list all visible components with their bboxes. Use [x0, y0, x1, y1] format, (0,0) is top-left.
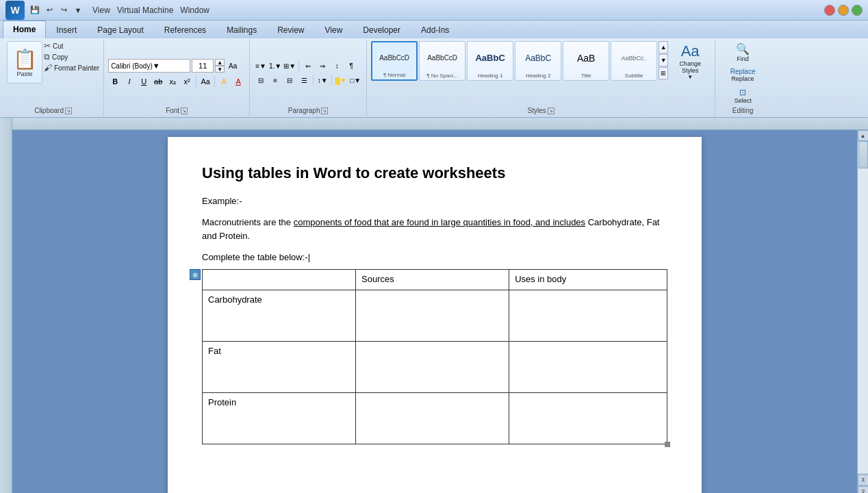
prev-page-button[interactable]: ⊼: [858, 475, 869, 485]
change-case-button[interactable]: Aa: [199, 75, 212, 88]
subscript-button[interactable]: x₂: [166, 75, 179, 88]
styles-group: AaBbCcD ¶ Normal AaBbCcD ¶ No Spaci... A…: [367, 40, 715, 117]
close-button[interactable]: [824, 5, 835, 16]
styles-scroll-up-button[interactable]: ▲: [659, 41, 668, 53]
border-button[interactable]: □▼: [348, 74, 362, 86]
tab-page-layout[interactable]: Page Layout: [87, 21, 153, 38]
font-size-increase-button[interactable]: ▲: [215, 59, 225, 66]
editing-group: 🔍 Find Replace Replace ⊡ Select Editing: [715, 40, 770, 117]
paragraph-group-content: ≡▼ 1.▼ ⊞▼ ⇐ ⇒ ↕ ¶ ⊟ ≡ ⊟ ☰ ↕▼: [254, 41, 362, 105]
next-page-button[interactable]: ⊽: [858, 486, 869, 493]
tab-insert[interactable]: Insert: [46, 21, 87, 38]
font-name-dropdown[interactable]: Calibri (Body)▼: [108, 59, 190, 73]
styles-scroll-down-button[interactable]: ▼: [659, 54, 668, 66]
scroll-up-button[interactable]: ▲: [858, 130, 869, 141]
tab-references[interactable]: References: [154, 21, 216, 38]
style-title-item[interactable]: AaB Title: [563, 41, 609, 81]
table-cell-carbohydrate-sources[interactable]: [356, 290, 509, 342]
paste-label: Paste: [16, 71, 32, 77]
style-heading2-item[interactable]: AaBbC Heading 2: [515, 41, 561, 81]
tab-review[interactable]: Review: [267, 21, 314, 38]
table-move-handle[interactable]: ⊕: [190, 269, 201, 280]
align-left-button[interactable]: ⊟: [254, 74, 268, 86]
para-row2: ⊟ ≡ ⊟ ☰ ↕▼ ▓▼ □▼: [254, 74, 362, 86]
paste-button[interactable]: 📋 Paste: [7, 41, 42, 84]
copy-button[interactable]: ⧉ Copy: [44, 52, 99, 62]
style-normal-item[interactable]: AaBbCcD ¶ Normal: [371, 41, 418, 81]
customize-button[interactable]: ▼: [72, 4, 84, 16]
font-expand-button[interactable]: ↘: [181, 108, 188, 114]
line-spacing-button[interactable]: ↕▼: [316, 74, 329, 86]
multilevel-button[interactable]: ⊞▼: [283, 60, 296, 72]
table-row: Protein: [203, 393, 667, 444]
scrollbar-thumb[interactable]: [858, 141, 868, 168]
style-title-label: Title: [581, 73, 591, 79]
italic-button[interactable]: I: [123, 75, 136, 88]
strikethrough-button[interactable]: ab: [151, 75, 165, 88]
styles-group-label: Styles ↘: [528, 105, 554, 116]
highlight-button[interactable]: A: [217, 75, 231, 88]
styles-group-content: AaBbCcD ¶ Normal AaBbCcD ¶ No Spaci... A…: [371, 41, 711, 105]
bold-button[interactable]: B: [108, 75, 122, 88]
number-list-button[interactable]: 1.▼: [268, 60, 282, 72]
font-size-box[interactable]: 11: [192, 59, 214, 73]
table-cell-carbohydrate[interactable]: Carbohydrate: [203, 290, 356, 342]
align-right-button[interactable]: ⊟: [283, 74, 296, 86]
format-painter-button[interactable]: 🖌 Format Painter: [44, 63, 99, 73]
tab-mailings[interactable]: Mailings: [216, 21, 267, 38]
table-resize-handle[interactable]: [665, 442, 670, 447]
font-row1: Calibri (Body)▼ 11 ▲ ▼ Aa: [108, 59, 240, 73]
minimize-button[interactable]: [838, 5, 849, 16]
table-cell-fat[interactable]: Fat: [203, 342, 356, 393]
paragraph-group-label: Paragraph ↘: [288, 105, 329, 116]
replace-button[interactable]: Replace Replace: [728, 66, 758, 84]
shading-button[interactable]: ▓▼: [334, 74, 348, 86]
cut-button[interactable]: ✂ Cut: [44, 41, 99, 51]
table-cell-protein-sources[interactable]: [356, 393, 509, 444]
scrollbar-track[interactable]: [858, 141, 868, 473]
decrease-indent-button[interactable]: ⇐: [301, 60, 315, 72]
superscript-button[interactable]: x²: [180, 75, 194, 88]
tab-add-ins[interactable]: Add-Ins: [411, 21, 459, 38]
separator: [298, 60, 299, 71]
select-button[interactable]: ⊡ Select: [732, 86, 754, 105]
styles-more-button[interactable]: ⊞: [659, 67, 668, 79]
save-button[interactable]: 💾: [29, 4, 41, 16]
maximize-button[interactable]: [852, 5, 863, 16]
show-hide-button[interactable]: ¶: [344, 60, 358, 72]
clear-format-button[interactable]: Aa: [226, 60, 240, 72]
ribbon-tabs: Home Insert Page Layout References Maili…: [0, 21, 868, 38]
font-color-button[interactable]: A: [231, 75, 245, 88]
table-cell-carbohydrate-uses[interactable]: [509, 290, 667, 342]
tab-home[interactable]: Home: [3, 21, 46, 38]
table-cell-protein[interactable]: Protein: [203, 393, 356, 444]
document-area[interactable]: Using tables in Word to create worksheet…: [12, 130, 857, 493]
sort-button[interactable]: ↕: [330, 60, 344, 72]
tab-developer[interactable]: Developer: [353, 21, 411, 38]
increase-indent-button[interactable]: ⇒: [316, 60, 329, 72]
clipboard-group-content: 📋 Paste ✂ Cut ⧉ Copy 🖌 Format Painter: [7, 41, 99, 105]
style-heading1-item[interactable]: AaBbC Heading 1: [467, 41, 513, 81]
find-button[interactable]: 🔍 Find: [733, 41, 752, 64]
paragraph-expand-button[interactable]: ↘: [321, 108, 328, 114]
style-h2-preview: AaBbC: [525, 43, 551, 73]
align-center-button[interactable]: ≡: [268, 74, 282, 86]
bullet-list-button[interactable]: ≡▼: [254, 60, 268, 72]
table-cell-fat-sources[interactable]: [356, 342, 509, 393]
change-styles-button[interactable]: Aa ChangeStyles ▼: [669, 41, 711, 81]
table-header-row: Sources Uses in body: [203, 270, 667, 290]
font-size-decrease-button[interactable]: ▼: [215, 66, 225, 73]
justify-button[interactable]: ☰: [297, 74, 311, 86]
underline-button[interactable]: U: [137, 75, 151, 88]
table-cell-fat-uses[interactable]: [509, 342, 667, 393]
clipboard-expand-button[interactable]: ↘: [65, 108, 72, 114]
font-group-content: Calibri (Body)▼ 11 ▲ ▼ Aa B I U ab: [108, 41, 245, 105]
title-bar-left: W 💾 ↩ ↪ ▼ View Virtual Machine Window: [5, 1, 209, 20]
undo-button[interactable]: ↩: [43, 4, 55, 16]
style-nospace-item[interactable]: AaBbCcD ¶ No Spaci...: [419, 41, 465, 81]
style-subtitle-item[interactable]: AaBbCc.. Subtitle: [611, 41, 657, 81]
table-cell-protein-uses[interactable]: [509, 393, 667, 444]
tab-view[interactable]: View: [315, 21, 353, 38]
styles-expand-button[interactable]: ↘: [548, 108, 554, 114]
redo-button[interactable]: ↪: [58, 4, 70, 16]
